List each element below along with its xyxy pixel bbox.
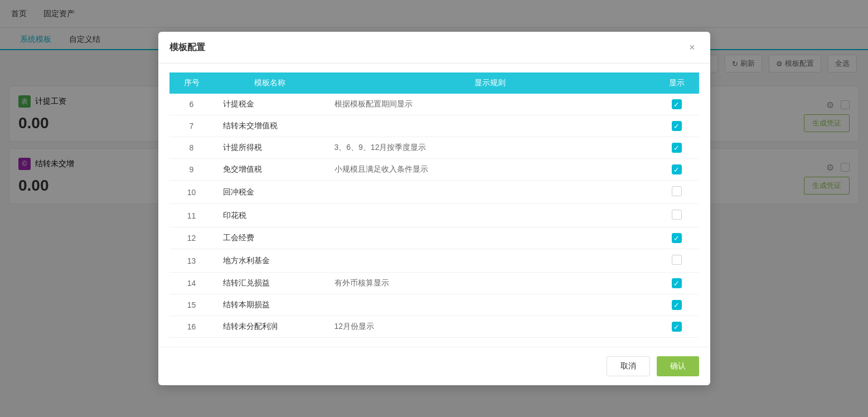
- cell-name: 结转未交增值税: [214, 115, 326, 137]
- cell-display: [654, 94, 699, 115]
- dialog-title: 模板配置: [169, 42, 205, 54]
- cell-name: 回冲税金: [214, 181, 326, 204]
- cell-id: 14: [169, 273, 214, 294]
- cell-id: 10: [169, 181, 214, 204]
- cell-id: 6: [169, 94, 214, 115]
- cell-name: 地方水利基金: [214, 249, 326, 273]
- cell-name: 工会经费: [214, 227, 326, 249]
- cell-display: [654, 204, 699, 227]
- cell-display: [654, 227, 699, 249]
- cell-id: 13: [169, 249, 214, 273]
- cell-id: 7: [169, 115, 214, 137]
- template-config-dialog: 模板配置 × 序号 模板名称 显示规则 显示 6计提税金根据模板配置期间显示7结…: [158, 32, 710, 385]
- checkbox-row-14[interactable]: [672, 278, 682, 288]
- dialog-close-button[interactable]: ×: [686, 41, 699, 54]
- cell-display: [654, 181, 699, 204]
- checkbox-row-10[interactable]: [672, 186, 682, 196]
- checkbox-row-15[interactable]: [672, 300, 682, 310]
- cell-name: 计提税金: [214, 94, 326, 115]
- cell-display: [654, 316, 699, 338]
- cell-rule: [326, 204, 654, 227]
- table-row: 14结转汇兑损益有外币核算显示: [169, 273, 699, 294]
- col-header-display: 显示: [654, 72, 699, 94]
- cell-id: 16: [169, 316, 214, 338]
- cell-display: [654, 294, 699, 316]
- cell-name: 免交增值税: [214, 159, 326, 181]
- cell-id: 11: [169, 204, 214, 227]
- table-row: 8计提所得税3、6、9、12月按季度显示: [169, 137, 699, 159]
- checkbox-row-7[interactable]: [672, 121, 682, 131]
- cell-rule: 小规模且满足收入条件显示: [326, 159, 654, 181]
- cell-rule: [326, 181, 654, 204]
- cell-name: 计提所得税: [214, 137, 326, 159]
- dialog-body: 序号 模板名称 显示规则 显示 6计提税金根据模板配置期间显示7结转未交增值税8…: [158, 64, 710, 347]
- table-row: 16结转未分配利润12月份显示: [169, 316, 699, 338]
- cell-id: 9: [169, 159, 214, 181]
- cell-display: [654, 115, 699, 137]
- cell-rule: 12月份显示: [326, 316, 654, 338]
- table-header-row: 序号 模板名称 显示规则 显示: [169, 72, 699, 94]
- table-row: 13地方水利基金: [169, 249, 699, 273]
- cell-id: 15: [169, 294, 214, 316]
- cell-rule: [326, 249, 654, 273]
- cell-rule: 根据模板配置期间显示: [326, 94, 654, 115]
- modal-overlay: 模板配置 × 序号 模板名称 显示规则 显示 6计提税金根据模板配置期间显示7结…: [0, 0, 868, 417]
- dialog-header: 模板配置 ×: [158, 32, 710, 64]
- confirm-button[interactable]: 确认: [657, 356, 699, 376]
- cell-name: 结转本期损益: [214, 294, 326, 316]
- cell-rule: [326, 115, 654, 137]
- cell-name: 结转未分配利润: [214, 316, 326, 338]
- cell-name: 印花税: [214, 204, 326, 227]
- table-row: 15结转本期损益: [169, 294, 699, 316]
- cell-id: 8: [169, 137, 214, 159]
- table-row: 11印花税: [169, 204, 699, 227]
- cell-id: 12: [169, 227, 214, 249]
- table-row: 6计提税金根据模板配置期间显示: [169, 94, 699, 115]
- cell-rule: [326, 294, 654, 316]
- dialog-footer: 取消 确认: [158, 347, 710, 385]
- config-table: 序号 模板名称 显示规则 显示 6计提税金根据模板配置期间显示7结转未交增值税8…: [169, 72, 699, 338]
- col-header-name: 模板名称: [214, 72, 326, 94]
- cell-display: [654, 159, 699, 181]
- checkbox-row-8[interactable]: [672, 143, 682, 153]
- cell-name: 结转汇兑损益: [214, 273, 326, 294]
- cell-display: [654, 137, 699, 159]
- col-header-id: 序号: [169, 72, 214, 94]
- checkbox-row-16[interactable]: [672, 322, 682, 332]
- cell-rule: 有外币核算显示: [326, 273, 654, 294]
- checkbox-row-11[interactable]: [672, 210, 682, 220]
- checkbox-row-6[interactable]: [672, 99, 682, 109]
- cell-rule: [326, 227, 654, 249]
- checkbox-row-9[interactable]: [672, 164, 682, 174]
- cell-display: [654, 249, 699, 273]
- cell-rule: 3、6、9、12月按季度显示: [326, 137, 654, 159]
- cancel-button[interactable]: 取消: [607, 356, 650, 376]
- checkbox-row-13[interactable]: [672, 255, 682, 265]
- cell-display: [654, 273, 699, 294]
- table-row: 7结转未交增值税: [169, 115, 699, 137]
- table-row: 9免交增值税小规模且满足收入条件显示: [169, 159, 699, 181]
- table-row: 12工会经费: [169, 227, 699, 249]
- checkbox-row-12[interactable]: [672, 233, 682, 243]
- col-header-rule: 显示规则: [326, 72, 654, 94]
- table-row: 10回冲税金: [169, 181, 699, 204]
